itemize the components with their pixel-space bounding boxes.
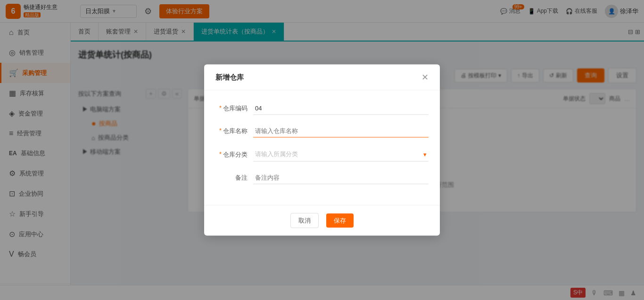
name-row: 仓库名称 (215, 125, 429, 138)
category-placeholder: 请输入所属分类 (255, 150, 423, 158)
code-row: 仓库编码 (215, 102, 429, 115)
category-row: 仓库分类 请输入所属分类 ▾ (215, 147, 429, 162)
remark-label: 备注 (215, 174, 253, 182)
category-select-wrapper[interactable]: 请输入所属分类 ▾ (253, 147, 429, 162)
modal-header: 新增仓库 ✕ (204, 65, 440, 91)
category-dropdown-arrow: ▾ (423, 150, 427, 158)
cancel-button[interactable]: 取消 (290, 213, 319, 228)
name-label: 仓库名称 (215, 127, 253, 135)
remark-input[interactable] (253, 171, 429, 184)
new-warehouse-modal: 新增仓库 ✕ 仓库编码 仓库名称 仓库分类 请输入所属分类 ▾ 备注 取消 (204, 65, 440, 236)
modal-body: 仓库编码 仓库名称 仓库分类 请输入所属分类 ▾ 备注 (204, 91, 440, 205)
save-button[interactable]: 保存 (326, 214, 354, 228)
code-input[interactable] (253, 102, 429, 115)
modal-footer: 取消 保存 (204, 205, 440, 236)
modal-close-button[interactable]: ✕ (421, 72, 429, 83)
category-label: 仓库分类 (215, 150, 253, 158)
modal-title: 新增仓库 (215, 73, 244, 82)
remark-row: 备注 (215, 171, 429, 184)
name-input[interactable] (253, 125, 429, 138)
code-label: 仓库编码 (215, 104, 253, 113)
